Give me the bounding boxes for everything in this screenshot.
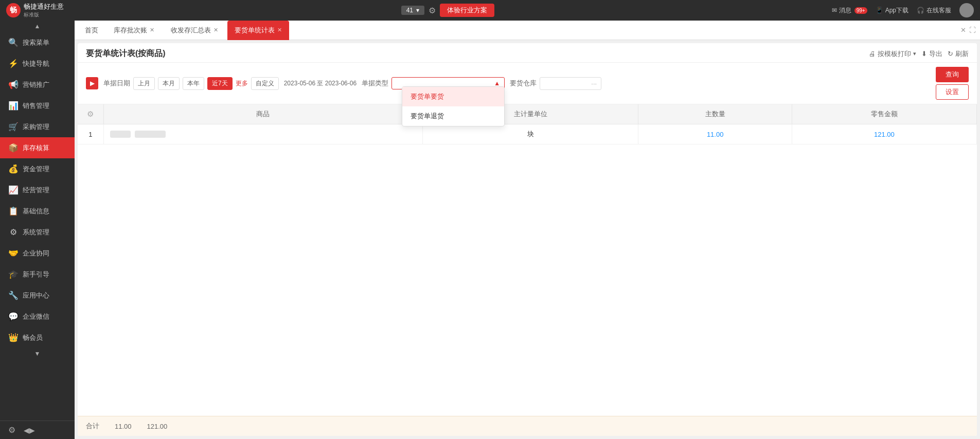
tab-bar: 首页 库存批次账 ✕ 收发存汇总表 ✕ 要货单统计表 ✕ ✕ ⛶ (75, 21, 980, 40)
top-bar: 畅 畅捷通好生意 标准版 41 ▾ ⚙ 体验行业方案 ✉ 消息 99+ 📱 Ap… (0, 0, 980, 21)
scroll-down-icon[interactable]: ▼ (0, 348, 75, 359)
app-download-item[interactable]: 📱 App下载 (876, 6, 908, 15)
cart-icon: 🛒 (8, 122, 19, 132)
filter-expand-button[interactable]: ▶ (86, 77, 98, 89)
sidebar-item-operations[interactable]: 📈 经营管理 (0, 179, 75, 200)
tab-close-stock-summary[interactable]: ✕ (213, 27, 218, 33)
sidebar-item-wechat[interactable]: 💬 企业微信 (0, 306, 75, 327)
chevron-down-icon[interactable]: ▾ (416, 7, 419, 14)
filter-bar: ▶ 单据日期 上月 本月 本年 近7天 更多 自定义 2023-05-06 至 … (78, 63, 977, 104)
top-bar-left: 畅 畅捷通好生意 标准版 (6, 2, 64, 19)
sidebar-item-inventory[interactable]: 📦 库存核算 (0, 137, 75, 158)
sidebar-item-marketing[interactable]: 📢 营销推广 (0, 74, 75, 95)
avatar[interactable] (959, 3, 974, 17)
chart-icon: 📊 (8, 101, 19, 111)
date-btn-thisyear[interactable]: 本年 (183, 77, 204, 90)
col-settings[interactable]: ⚙ (78, 104, 103, 124)
date-filter-group: 单据日期 上月 本月 本年 近7天 更多 自定义 (103, 77, 279, 90)
dropdown-option-return[interactable]: 要货单退货 (402, 106, 504, 126)
sidebar-item-search[interactable]: 🔍 搜索菜单 (0, 32, 75, 53)
query-button[interactable]: 查询 (936, 67, 969, 82)
export-button[interactable]: ⬇ 导出 (921, 49, 942, 59)
product-cell (110, 131, 416, 138)
sidebar-collapse-icon[interactable]: ◀▶ (24, 426, 35, 434)
sidebar-item-purchase[interactable]: 🛒 采购管理 (0, 116, 75, 137)
tab-counter: 41 ▾ (401, 6, 424, 15)
sidebar-item-sales[interactable]: 📊 销售管理 (0, 95, 75, 116)
sidebar-item-system[interactable]: ⚙ 系统管理 (0, 222, 75, 243)
warehouse-select[interactable]: ··· (540, 77, 601, 90)
handshake-icon: 🤝 (8, 248, 19, 258)
sidebar-item-appstore[interactable]: 🔧 应用中心 (0, 285, 75, 306)
print-icon: 🖨 (869, 50, 876, 58)
export-icon: ⬇ (921, 50, 927, 58)
warehouse-more-icon: ··· (591, 80, 597, 87)
type-select-chevron-up-icon: ▲ (494, 80, 500, 87)
refresh-icon: ↻ (948, 50, 953, 58)
sidebar-item-basic-info[interactable]: 📋 基础信息 (0, 200, 75, 222)
product-name-placeholder (135, 131, 166, 138)
sidebar-item-finance[interactable]: 💰 资金管理 (0, 158, 75, 179)
tab-close-inventory-batch[interactable]: ✕ (150, 27, 154, 33)
row-quantity[interactable]: 11.00 (638, 124, 792, 144)
footer-total-label: 合计 (86, 422, 99, 431)
tab-requisition-stats[interactable]: 要货单统计表 ✕ (227, 21, 289, 40)
warehouse-filter-group: 要货仓库 ··· (510, 77, 601, 90)
page-title: 要货单统计表(按商品) (86, 48, 166, 59)
table-footer: 合计 11.00 121.00 (78, 416, 977, 436)
settings-button[interactable]: 设置 (936, 84, 969, 100)
search-icon: 🔍 (8, 38, 19, 47)
tab-close-requisition-stats[interactable]: ✕ (277, 27, 282, 33)
tab-bar-right: ✕ ⛶ (960, 26, 976, 34)
table-gear-icon[interactable]: ⚙ (87, 109, 94, 118)
sidebar-settings-icon[interactable]: ⚙ (8, 425, 15, 435)
tab-inventory-batch[interactable]: 库存批次账 ✕ (106, 21, 162, 40)
row-product (103, 124, 422, 144)
col-quantity: 主数量 (638, 104, 792, 124)
sidebar-item-quicknav[interactable]: ⚡ 快捷导航 (0, 53, 75, 74)
print-chevron-icon: ▾ (913, 50, 916, 57)
graduation-icon: 🎓 (8, 269, 19, 279)
page-content: 要货单统计表(按商品) 🖨 按模板打印 ▾ ⬇ 导出 ↻ 刷新 (78, 43, 977, 436)
box-icon: 📦 (8, 143, 19, 153)
gear-icon: ⚙ (8, 227, 19, 237)
trial-button[interactable]: 体验行业方案 (440, 4, 494, 17)
sidebar-item-collab[interactable]: 🤝 企业协同 (0, 243, 75, 264)
online-service-item[interactable]: 🎧 在线客服 (917, 6, 951, 15)
message-icon: ✉ (832, 7, 837, 14)
settings-icon[interactable]: ⚙ (429, 6, 436, 15)
content-area: 首页 库存批次账 ✕ 收发存汇总表 ✕ 要货单统计表 ✕ ✕ ⛶ 要 (75, 21, 980, 439)
trend-icon: 📈 (8, 185, 19, 195)
date-btn-last7days[interactable]: 近7天 (207, 77, 233, 90)
tab-stock-summary[interactable]: 收发存汇总表 ✕ (164, 21, 225, 40)
lightning-icon: ⚡ (8, 59, 19, 68)
sidebar-item-members[interactable]: 👑 畅会员 (0, 327, 75, 348)
print-button[interactable]: 🖨 按模板打印 ▾ (869, 49, 916, 59)
refresh-button[interactable]: ↻ 刷新 (948, 49, 969, 59)
logo-area: 畅 畅捷通好生意 标准版 (6, 2, 64, 19)
date-btn-thismonth[interactable]: 本月 (158, 77, 180, 90)
scroll-up-icon[interactable]: ▲ (0, 21, 75, 32)
page-header-actions: 🖨 按模板打印 ▾ ⬇ 导出 ↻ 刷新 (869, 49, 969, 59)
top-bar-right: ✉ 消息 99+ 📱 App下载 🎧 在线客服 (832, 3, 974, 17)
crown-icon: 👑 (8, 333, 19, 342)
date-btn-custom[interactable]: 自定义 (251, 77, 279, 90)
wechat-icon: 💬 (8, 312, 19, 321)
money-icon: 💰 (8, 164, 19, 174)
sidebar: ▲ 🔍 搜索菜单 ⚡ 快捷导航 📢 营销推广 📊 销售管理 🛒 采购管理 📦 库… (0, 21, 75, 439)
type-label: 单据类型 (362, 79, 388, 88)
sidebar-item-tutorial[interactable]: 🎓 新手引导 (0, 264, 75, 285)
date-btn-more[interactable]: 更多 (236, 79, 248, 88)
row-amount[interactable]: 121.00 (792, 124, 976, 144)
tab-expand-icon[interactable]: ⛶ (969, 26, 976, 34)
date-btn-lastmonth[interactable]: 上月 (133, 77, 155, 90)
dropdown-option-requisition[interactable]: 要货单要货 (402, 87, 504, 106)
data-table: ⚙ 商品 主计量单位 主数量 零售金额 1 (78, 104, 977, 144)
tab-close-all-icon[interactable]: ✕ (960, 26, 966, 34)
messages-item[interactable]: ✉ 消息 99+ (832, 6, 867, 15)
row-unit: 块 (422, 124, 638, 144)
main-layout: ▲ 🔍 搜索菜单 ⚡ 快捷导航 📢 营销推广 📊 销售管理 🛒 采购管理 📦 库… (0, 21, 980, 439)
footer-quantity: 11.00 (115, 423, 132, 430)
clipboard-icon: 📋 (8, 206, 19, 216)
tab-home[interactable]: 首页 (79, 21, 104, 40)
